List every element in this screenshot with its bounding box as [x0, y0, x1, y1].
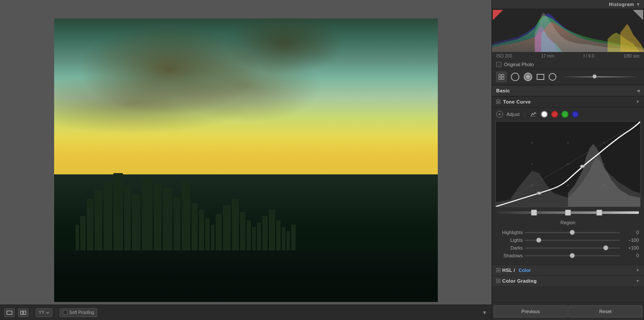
focal-length-value: 17 mm — [541, 54, 555, 58]
adjust-row: Adjust : — [495, 111, 641, 118]
image-area: YY Soft Proofing ▼ — [0, 0, 491, 320]
lights-thumb[interactable] — [536, 238, 541, 243]
building — [232, 199, 239, 250]
hsl-collapse-icon[interactable]: − — [496, 268, 501, 272]
color-grading-title: Color Grading — [502, 278, 537, 283]
shadows-value: 0 — [622, 253, 639, 258]
darks-slider[interactable] — [525, 247, 620, 249]
crop-tool-button[interactable] — [496, 72, 507, 82]
toolbar-expand-button[interactable]: ▼ — [482, 310, 487, 316]
highlights-value: 0 — [622, 230, 639, 235]
tone-curve-title: Tone Curve — [503, 99, 531, 104]
bottom-toolbar: YY Soft Proofing ▼ — [0, 305, 491, 320]
tone-curve-header-left: − Tone Curve — [496, 99, 531, 104]
svg-rect-4 — [502, 74, 504, 76]
target-adjust-icon[interactable] — [496, 111, 503, 118]
curve-thumb-3[interactable] — [596, 210, 602, 216]
clip-warning-shadows[interactable] — [493, 10, 503, 20]
tone-curve-collapse-icon[interactable]: − — [496, 100, 501, 104]
red-channel-button[interactable] — [551, 111, 558, 118]
toolbar-separator — [32, 308, 32, 317]
basic-section-title: Basic — [496, 88, 510, 93]
darks-label: Darks — [497, 245, 523, 250]
adjustment-brush-button[interactable] — [549, 73, 556, 81]
highlights-slider[interactable] — [525, 232, 620, 233]
color-grading-arrow: ▼ — [636, 279, 640, 283]
svg-rect-1 — [21, 311, 23, 314]
soft-proofing-label: Soft Proofing — [69, 310, 94, 315]
building — [182, 180, 190, 250]
curve-thumb-2[interactable] — [565, 210, 571, 216]
building — [142, 177, 153, 250]
building — [216, 214, 222, 250]
curve-range-slider[interactable] — [497, 211, 639, 214]
clip-warning-highlights[interactable] — [633, 10, 643, 20]
basic-section-header[interactable]: Basic ◀ — [492, 85, 644, 96]
original-photo-checkbox[interactable] — [496, 62, 501, 67]
building — [262, 216, 268, 250]
color-grading-header[interactable]: − Color Grading ▼ — [492, 275, 644, 286]
tone-curve-arrow: ▼ — [636, 100, 640, 104]
shadows-slider[interactable] — [525, 255, 620, 256]
shutter-value: 1/80 sec — [623, 54, 640, 58]
shadows-row: Shadows 0 — [495, 252, 641, 259]
curve-lines-icon[interactable] — [530, 111, 537, 118]
soft-proofing-button[interactable]: Soft Proofing — [60, 308, 97, 317]
building — [80, 216, 85, 250]
building — [104, 182, 112, 250]
foreground-overlay — [54, 246, 438, 302]
highlights-label: Highlights — [497, 230, 523, 235]
building — [192, 203, 198, 250]
histogram-arrow[interactable]: ▼ — [636, 2, 641, 7]
previous-button[interactable]: Previous — [494, 305, 568, 317]
shadows-label: Shadows — [497, 253, 523, 258]
svg-point-8 — [531, 142, 533, 143]
shadows-thumb[interactable] — [570, 253, 575, 258]
svg-rect-3 — [499, 74, 501, 76]
histogram-meta: ISO 200 17 mm f / 9.0 1/80 sec — [492, 52, 644, 60]
curve-display[interactable] — [495, 121, 641, 207]
lights-row: Lights −100 — [495, 236, 641, 244]
histogram-svg — [492, 9, 644, 52]
color-grading-label-container: − Color Grading — [496, 278, 537, 283]
tone-curve-section: Adjust : — [492, 107, 644, 265]
tool-icons-row — [492, 69, 644, 85]
building — [124, 186, 131, 250]
svg-point-9 — [567, 142, 569, 143]
curve-thumb-1[interactable] — [531, 210, 537, 216]
rgb-adjust-all-button[interactable] — [541, 111, 548, 118]
original-photo-label: Original Photo — [504, 62, 534, 67]
view-mode-single-button[interactable] — [4, 308, 15, 317]
curve-grid-svg — [496, 122, 640, 207]
building — [205, 218, 210, 250]
svg-point-13 — [603, 163, 605, 165]
blue-channel-button[interactable] — [572, 111, 579, 118]
hsl-label-container: − HSL / Color — [496, 268, 531, 273]
lights-label: Lights — [497, 238, 523, 243]
action-buttons: Previous Reset — [492, 302, 644, 320]
photo-canvas — [54, 18, 438, 302]
graduated-filter-button[interactable] — [537, 74, 544, 80]
basic-section-left: Basic — [496, 88, 510, 93]
highlights-thumb[interactable] — [570, 230, 575, 235]
svg-point-19 — [580, 165, 585, 168]
darks-thumb[interactable] — [603, 245, 608, 250]
color-grading-collapse-icon[interactable]: − — [496, 279, 501, 283]
original-photo-row: Original Photo — [492, 60, 644, 69]
lights-slider[interactable] — [525, 240, 620, 241]
soft-proofing-checkbox[interactable] — [63, 310, 67, 315]
view-mode-compare-button[interactable] — [18, 308, 28, 317]
histogram-title: Histogram — [609, 2, 634, 7]
building — [95, 190, 102, 250]
radial-filter-button[interactable] — [511, 73, 519, 81]
tone-adjust-slider[interactable] — [561, 76, 640, 77]
green-channel-button[interactable] — [562, 111, 568, 118]
spot-removal-button[interactable] — [524, 73, 532, 81]
adjust-label: Adjust — [507, 112, 520, 117]
hsl-section-header[interactable]: − HSL / Color ▼ — [492, 265, 644, 275]
tone-curve-section-header[interactable]: − Tone Curve ▼ — [492, 96, 644, 107]
toolbar-separator-2 — [56, 308, 56, 317]
spacer — [492, 286, 644, 302]
reset-button[interactable]: Reset — [568, 305, 642, 317]
view-mode-yy-button[interactable]: YY — [36, 308, 52, 317]
